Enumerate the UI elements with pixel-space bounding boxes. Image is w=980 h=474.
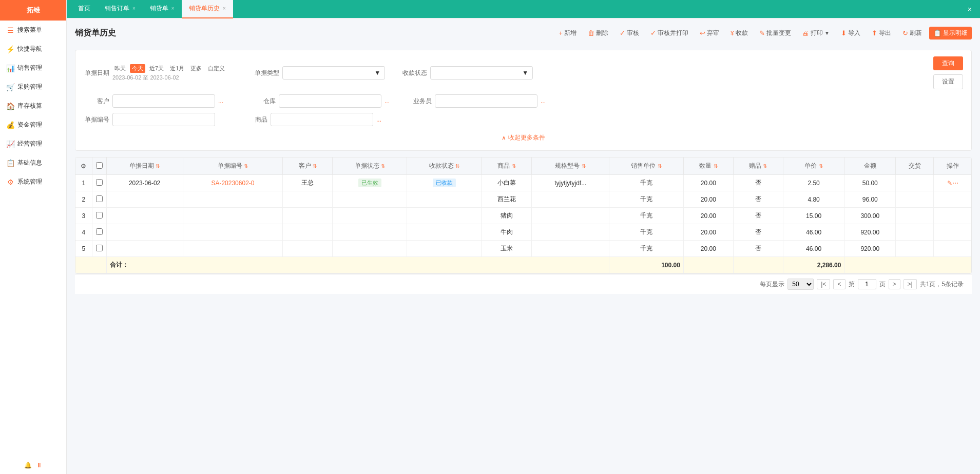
warehouse-input[interactable] <box>279 94 381 108</box>
row-checkbox-cell[interactable] <box>92 241 106 257</box>
date-btn-today[interactable]: 今天 <box>130 64 145 73</box>
export-button[interactable]: ⬆ 导出 <box>868 27 895 40</box>
cell-action[interactable] <box>934 224 971 241</box>
row-checkbox-cell[interactable] <box>92 175 106 191</box>
abandon-button[interactable]: ↩ 弃审 <box>696 27 723 40</box>
sidebar-item-inventory[interactable]: 🏠 库存核算 <box>0 96 66 115</box>
cell-doc-no[interactable]: SA-20230602-0 <box>183 175 283 191</box>
query-button[interactable]: 查询 <box>933 56 963 70</box>
row-checkbox[interactable] <box>96 245 103 251</box>
row-checkbox-cell[interactable] <box>92 224 106 241</box>
collapse-row: ∧ 收起更多条件 <box>84 131 963 144</box>
date-btn-7days[interactable]: 近7天 <box>147 64 166 73</box>
col-settings[interactable]: ⚙ <box>75 157 92 175</box>
sidebar-item-finance[interactable]: 💰 资金管理 <box>0 115 66 134</box>
sidebar-item-operations[interactable]: 📈 经营管理 <box>0 134 66 153</box>
cell-action[interactable]: ✎⋯ <box>934 175 971 191</box>
delete-icon: 🗑 <box>588 29 594 37</box>
sidebar-item-quick-nav[interactable]: ⚡ 快捷导航 <box>0 40 66 58</box>
tab-home[interactable]: 首页 <box>71 0 98 18</box>
payment-status-select[interactable]: ▼ <box>430 66 533 80</box>
tab-sales-order[interactable]: 销售订单 × <box>98 0 143 18</box>
col-doc-no[interactable]: 单据编号 ⇅ <box>183 157 283 175</box>
print-button[interactable]: 🖨 打印 ▼ <box>798 27 834 40</box>
notification-icon[interactable]: 🔔 <box>24 462 32 469</box>
doc-no-input[interactable] <box>112 113 215 126</box>
tab-sales-history[interactable]: 销货单历史 × <box>182 0 233 18</box>
row-checkbox-cell[interactable] <box>92 191 106 208</box>
row-checkbox[interactable] <box>96 228 103 235</box>
show-detail-button[interactable]: 📋 显示明细 <box>929 27 972 40</box>
date-btn-custom[interactable]: 自定义 <box>206 64 227 73</box>
cell-doc-no[interactable] <box>183 191 283 208</box>
warehouse-ellipsis[interactable]: ... <box>385 97 390 105</box>
collapse-up-icon: ∧ <box>502 134 506 142</box>
col-doc-status[interactable]: 单据状态 ⇅ <box>333 157 407 175</box>
next-page-button[interactable]: > <box>889 279 900 289</box>
cell-doc-no[interactable] <box>183 224 283 241</box>
last-page-button[interactable]: >| <box>904 279 917 289</box>
salesperson-ellipsis[interactable]: ... <box>541 97 546 105</box>
doc-type-select[interactable]: ▼ <box>282 66 385 80</box>
date-btn-more[interactable]: 更多 <box>188 64 204 73</box>
batch-change-button[interactable]: ✎ 批量变更 <box>755 27 795 40</box>
tab-close-sales-delivery[interactable]: × <box>171 6 175 11</box>
col-spec-type[interactable]: 规格型号 ⇅ <box>532 157 609 175</box>
new-button[interactable]: + 新增 <box>554 27 581 40</box>
refresh-button[interactable]: ↻ 刷新 <box>898 27 926 40</box>
select-all-checkbox[interactable] <box>96 162 103 169</box>
sidebar-item-search-menu[interactable]: ☰ 搜索菜单 <box>0 21 66 40</box>
col-quantity[interactable]: 数量 ⇅ <box>683 157 733 175</box>
tab-close-sales-history[interactable]: × <box>223 6 226 11</box>
collapse-button[interactable]: ∧ 收起更多条件 <box>499 131 547 144</box>
col-action: 操作 <box>934 157 971 175</box>
col-checkbox[interactable] <box>92 157 106 175</box>
cell-action[interactable] <box>934 208 971 224</box>
more-btn[interactable]: ⋯ <box>952 180 958 187</box>
pause-icon[interactable]: ⏸ <box>36 462 42 469</box>
salesperson-input[interactable] <box>435 94 537 108</box>
date-btn-1month[interactable]: 近1月 <box>168 64 186 73</box>
goods-input[interactable] <box>271 113 373 126</box>
customer-input[interactable] <box>112 94 215 108</box>
col-unit-price[interactable]: 单价 ⇅ <box>783 157 844 175</box>
row-checkbox[interactable] <box>96 195 103 202</box>
col-sales-unit[interactable]: 销售单位 ⇅ <box>609 157 683 175</box>
filter-doc-type: 单据类型 ▼ <box>254 66 385 80</box>
col-customer[interactable]: 客户 ⇅ <box>283 157 333 175</box>
set-button[interactable]: 设置 <box>933 74 963 89</box>
sidebar-item-basic-info[interactable]: 📋 基础信息 <box>0 153 66 172</box>
cell-doc-no[interactable] <box>183 241 283 257</box>
sidebar-item-system[interactable]: ⚙ 系统管理 <box>0 172 66 191</box>
audit-print-button[interactable]: ✓ 审核并打印 <box>646 27 693 40</box>
doc-no-link[interactable]: SA-20230602-0 <box>211 180 254 187</box>
per-page-select[interactable]: 50 100 200 <box>787 279 814 290</box>
goods-ellipsis[interactable]: ... <box>376 116 381 123</box>
sidebar-item-sales-mgmt[interactable]: 📊 销售管理 <box>0 58 66 77</box>
row-checkbox[interactable] <box>96 179 103 186</box>
row-checkbox-cell[interactable] <box>92 208 106 224</box>
page-content: 销货单历史 + 新增 🗑 删除 ✓ 审核 ✓ 审核并打印 <box>67 18 980 474</box>
first-page-button[interactable]: |< <box>817 279 830 289</box>
col-goods[interactable]: 商品 ⇅ <box>482 157 532 175</box>
main-close-icon[interactable]: × <box>964 5 976 13</box>
col-doc-date[interactable]: 单据日期 ⇅ <box>106 157 183 175</box>
col-payment-status[interactable]: 收款状态 ⇅ <box>407 157 482 175</box>
import-button[interactable]: ⬇ 导入 <box>837 27 864 40</box>
tab-sales-delivery[interactable]: 销货单 × <box>143 0 182 18</box>
date-btn-yesterday[interactable]: 昨天 <box>112 64 128 73</box>
customer-ellipsis[interactable]: ... <box>218 97 223 105</box>
edit-btn[interactable]: ✎ <box>947 180 952 187</box>
row-checkbox[interactable] <box>96 212 103 219</box>
tab-close-sales-order[interactable]: × <box>132 6 136 11</box>
sidebar-item-purchase-mgmt[interactable]: 🛒 采购管理 <box>0 77 66 96</box>
cell-action[interactable] <box>934 241 971 257</box>
cell-action[interactable] <box>934 191 971 208</box>
delete-button[interactable]: 🗑 删除 <box>584 27 612 40</box>
cell-doc-no[interactable] <box>183 208 283 224</box>
collect-button[interactable]: ¥ 收款 <box>726 27 752 40</box>
audit-button[interactable]: ✓ 审核 <box>616 27 643 40</box>
prev-page-button[interactable]: < <box>833 279 845 289</box>
page-number-input[interactable] <box>858 279 876 289</box>
col-gift[interactable]: 赠品 ⇅ <box>733 157 783 175</box>
